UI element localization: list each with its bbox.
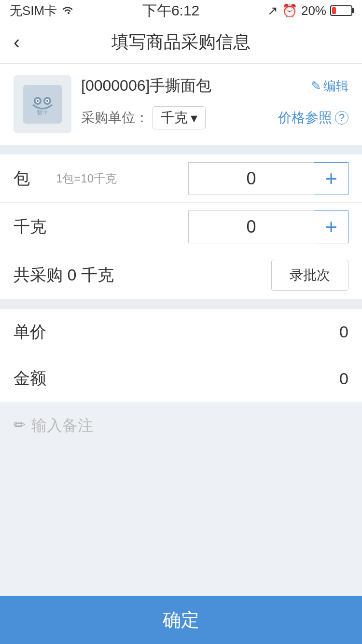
amount-row: 金额 0 [0, 355, 362, 402]
bao-sublabel: 1包=10千克 [56, 171, 117, 186]
product-image: 智十 [14, 75, 71, 133]
bao-label: 包 [14, 168, 52, 190]
svg-text:智十: 智十 [37, 109, 48, 116]
kg-input-group: + [188, 210, 348, 243]
product-thumbnail: 智十 [23, 85, 62, 124]
amount-label: 金额 [14, 367, 46, 390]
price-reference-button[interactable]: 价格参照 ? [278, 109, 348, 127]
alarm-icon: ⏰ [282, 3, 297, 18]
unit-label: 采购单位： 千克 ▾ [81, 106, 206, 129]
product-name: [0000006]手撕面包 [81, 75, 211, 97]
product-info: [0000006]手撕面包 ✎ 编辑 采购单位： 千克 ▾ 价格参照 ? [81, 75, 348, 129]
kg-row: 千克 + [0, 203, 362, 251]
amount-value: 0 [339, 369, 348, 388]
divider-1 [0, 145, 362, 154]
product-section: 智十 [0000006]手撕面包 ✎ 编辑 采购单位： 千克 ▾ 价格参照 ? [0, 64, 362, 145]
dropdown-arrow-icon: ▾ [191, 110, 197, 126]
unit-price-row: 单价 0 [0, 309, 362, 355]
price-section: 单价 0 金额 0 [0, 309, 362, 402]
location-icon: ↗ [267, 3, 278, 18]
help-icon: ? [335, 111, 348, 125]
svg-point-5 [46, 100, 48, 102]
product-header: [0000006]手撕面包 ✎ 编辑 [81, 75, 348, 97]
pencil-icon: ✏ [14, 416, 26, 433]
input-section: 包 1包=10千克 + 千克 + [0, 154, 362, 251]
unit-dropdown[interactable]: 千克 ▾ [153, 106, 206, 129]
kg-label: 千克 [14, 216, 52, 238]
divider-2 [0, 299, 362, 309]
batch-button[interactable]: 录批次 [271, 260, 348, 291]
remark-section[interactable]: ✏ 输入备注 [0, 402, 362, 498]
unit-price-value: 0 [339, 322, 348, 341]
status-right: ↗ ⏰ 20% [267, 3, 352, 18]
confirm-button[interactable]: 确定 [0, 596, 362, 644]
battery-fill [332, 7, 336, 14]
kg-plus-button[interactable]: + [314, 210, 348, 243]
battery-percent: 20% [301, 3, 326, 18]
edit-icon: ✎ [311, 79, 321, 94]
kg-quantity-input[interactable] [188, 210, 314, 243]
wifi-icon [61, 3, 74, 18]
nav-bar: ‹ 填写商品采购信息 [0, 21, 362, 64]
edit-button[interactable]: ✎ 编辑 [311, 78, 348, 95]
back-button[interactable]: ‹ [14, 31, 20, 53]
bao-row: 包 1包=10千克 + [0, 154, 362, 203]
remark-input[interactable]: 输入备注 [31, 415, 93, 436]
no-sim-text: 无SIM卡 [10, 2, 57, 19]
total-section: 共采购 0 千克 录批次 [0, 251, 362, 299]
status-time: 下午6:12 [142, 1, 199, 21]
bao-input-group: + [188, 162, 348, 195]
product-unit-row: 采购单位： 千克 ▾ 价格参照 ? [81, 106, 348, 129]
unit-price-label: 单价 [14, 321, 46, 343]
bao-quantity-input[interactable] [188, 162, 314, 195]
status-left: 无SIM卡 [10, 2, 74, 19]
bao-plus-button[interactable]: + [314, 162, 348, 195]
battery-icon [330, 5, 352, 16]
status-bar: 无SIM卡 下午6:12 ↗ ⏰ 20% [0, 0, 362, 21]
total-label: 共采购 0 千克 [14, 264, 114, 286]
page-title: 填写商品采购信息 [111, 30, 251, 54]
svg-point-4 [37, 100, 39, 102]
